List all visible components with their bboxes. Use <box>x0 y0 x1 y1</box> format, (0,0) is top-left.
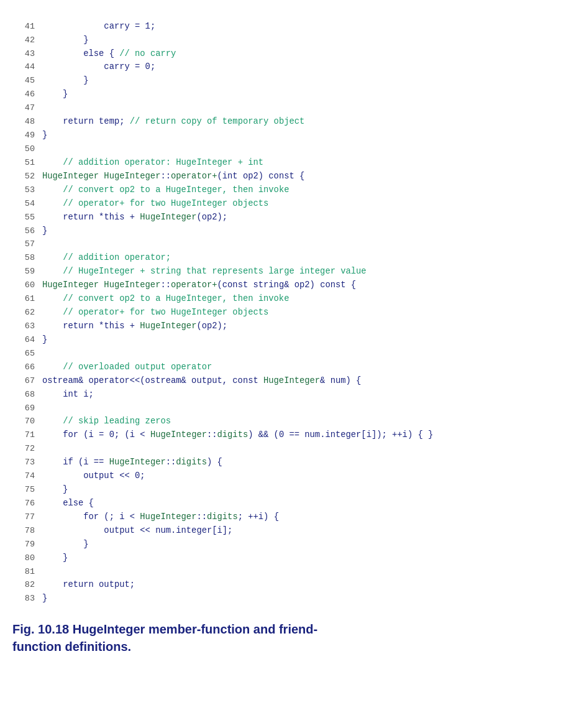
line-content <box>42 565 47 578</box>
line-content: } <box>42 538 89 551</box>
code-line: 57 <box>12 237 549 251</box>
line-number: 48 <box>12 116 35 129</box>
line-number: 81 <box>12 566 35 579</box>
code-line: 56} <box>12 224 549 238</box>
line-number: 79 <box>12 538 35 551</box>
line-content: else { <box>42 497 94 510</box>
code-line: 60HugeInteger HugeInteger::operator+(con… <box>12 279 549 292</box>
line-number: 64 <box>12 334 35 347</box>
line-content: // convert op2 to a HugeInteger, then in… <box>42 183 289 196</box>
line-number: 83 <box>12 592 35 606</box>
line-content: for (i = 0; (i < HugeInteger::digits) &&… <box>42 428 433 441</box>
figure-caption: Fig. 10.18 HugeInteger member-function a… <box>12 620 335 655</box>
line-number: 55 <box>12 211 35 224</box>
code-line: 82 return output; <box>12 578 549 592</box>
code-line: 41 carry = 1; <box>12 20 549 34</box>
code-line: 61 // convert op2 to a HugeInteger, then… <box>12 292 549 306</box>
line-number: 63 <box>12 320 35 333</box>
code-line: 46 } <box>12 88 549 101</box>
line-number: 57 <box>12 238 35 251</box>
code-line: 47 <box>12 101 549 115</box>
line-content <box>42 237 47 251</box>
code-line: 81 <box>12 565 549 579</box>
code-line: 51 // addition operator: HugeInteger + i… <box>12 156 549 170</box>
line-number: 53 <box>12 184 35 197</box>
line-number: 46 <box>12 88 35 101</box>
line-content: return temp; // return copy of temporary… <box>42 115 304 128</box>
code-line: 58 // addition operator; <box>12 251 549 265</box>
code-line: 45 } <box>12 74 549 88</box>
line-content: HugeInteger HugeInteger::operator+(int o… <box>42 170 304 183</box>
code-line: 75 } <box>12 483 549 497</box>
line-number: 70 <box>12 415 35 428</box>
code-line: 74 output << 0; <box>12 469 549 483</box>
line-number: 72 <box>12 443 35 456</box>
code-line: 62 // operator+ for two HugeInteger obje… <box>12 306 549 320</box>
line-number: 44 <box>12 61 35 74</box>
line-content: int i; <box>42 388 94 401</box>
code-line: 68 int i; <box>12 388 549 402</box>
line-number: 78 <box>12 525 35 538</box>
code-line: 44 carry = 0; <box>12 60 549 74</box>
line-number: 43 <box>12 48 35 61</box>
line-number: 42 <box>12 34 35 47</box>
line-content: } <box>42 129 47 142</box>
line-number: 77 <box>12 511 35 524</box>
line-content: } <box>42 74 89 87</box>
line-number: 65 <box>12 348 35 361</box>
line-content: return *this + HugeInteger(op2); <box>42 211 227 224</box>
line-number: 60 <box>12 279 35 292</box>
line-content: } <box>42 483 68 496</box>
line-content: // overloaded output operator <box>42 361 212 374</box>
line-content: // HugeInteger + string that represents … <box>42 265 367 278</box>
line-content: else { // no carry <box>42 47 176 60</box>
code-line: 48 return temp; // return copy of tempor… <box>12 115 549 129</box>
line-content: output << 0; <box>42 469 145 482</box>
line-number: 54 <box>12 198 35 211</box>
line-number: 73 <box>12 456 35 469</box>
line-content: } <box>42 88 68 101</box>
line-content: HugeInteger HugeInteger::operator+(const… <box>42 279 356 292</box>
line-number: 61 <box>12 293 35 306</box>
line-number: 66 <box>12 361 35 374</box>
line-content <box>42 402 47 415</box>
code-line: 65 <box>12 347 549 361</box>
code-line: 66 // overloaded output operator <box>12 361 549 374</box>
line-content: for (; i < HugeInteger::digits; ++i) { <box>42 510 279 523</box>
line-content: } <box>42 224 47 237</box>
line-content: ostream& operator<<(ostream& output, con… <box>42 374 361 387</box>
code-line: 70 // skip leading zeros <box>12 415 549 428</box>
line-number: 45 <box>12 75 35 88</box>
line-content: } <box>42 551 68 564</box>
code-line: 69 <box>12 402 549 415</box>
line-content <box>42 142 47 155</box>
line-number: 58 <box>12 252 35 265</box>
line-number: 68 <box>12 389 35 402</box>
line-content: // addition operator; <box>42 251 171 264</box>
code-line: 63 return *this + HugeInteger(op2); <box>12 320 549 333</box>
code-line: 83} <box>12 592 549 606</box>
line-content: return *this + HugeInteger(op2); <box>42 320 227 333</box>
line-content: // operator+ for two HugeInteger objects <box>42 306 268 319</box>
code-line: 54 // operator+ for two HugeInteger obje… <box>12 197 549 211</box>
code-line: 72 <box>12 442 549 456</box>
line-number: 47 <box>12 102 35 115</box>
line-content: // addition operator: HugeInteger + int <box>42 156 263 169</box>
line-number: 52 <box>12 170 35 183</box>
line-content: // skip leading zeros <box>42 415 171 428</box>
line-content: carry = 0; <box>42 60 155 73</box>
line-content: } <box>42 333 47 346</box>
line-content: if (i == HugeInteger::digits) { <box>42 456 222 469</box>
code-line: 67ostream& operator<<(ostream& output, c… <box>12 374 549 388</box>
code-line: 49} <box>12 129 549 142</box>
code-line: 53 // convert op2 to a HugeInteger, then… <box>12 183 549 197</box>
code-line: 77 for (; i < HugeInteger::digits; ++i) … <box>12 510 549 524</box>
line-content: // operator+ for two HugeInteger objects <box>42 197 268 210</box>
code-line: 78 output << num.integer[i]; <box>12 524 549 538</box>
code-line: 73 if (i == HugeInteger::digits) { <box>12 456 549 469</box>
line-content <box>42 101 47 114</box>
code-line: 55 return *this + HugeInteger(op2); <box>12 211 549 224</box>
line-content: carry = 1; <box>42 20 155 33</box>
code-line: 42 } <box>12 34 549 47</box>
code-line: 64} <box>12 333 549 347</box>
